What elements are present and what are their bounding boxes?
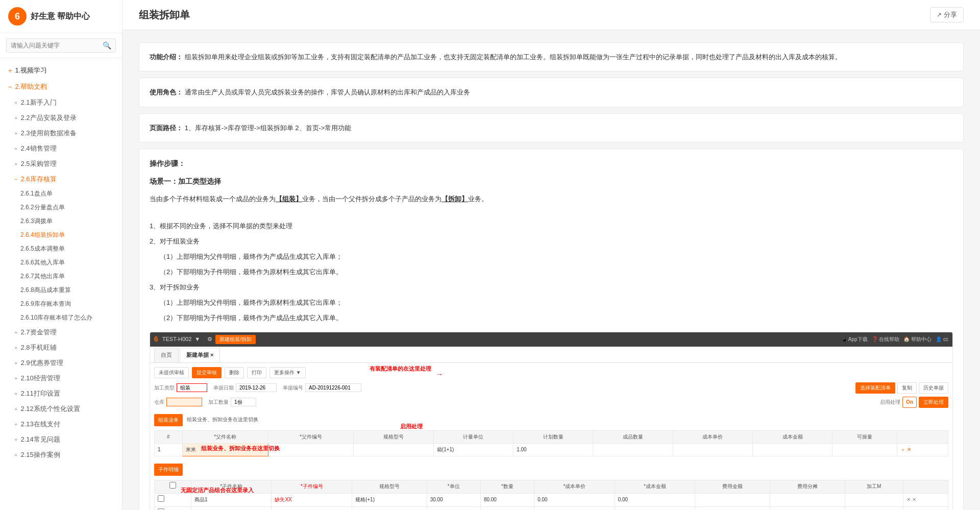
lth-spec: 规格型号 [352,480,427,493]
sw-field-date: 单据日期 [213,383,277,393]
nav-sub-header-2-9[interactable]: + 2.9优惠券管理 [0,355,122,371]
sub-plus-icon-2-2: + [14,115,17,121]
sw-btn-delete[interactable]: 删除 [225,367,244,378]
sub-plus-icon-2-9: + [14,360,17,366]
topbar: 组装拆卸单 ↗ 分享 [122,0,980,30]
nav-sub-header-2-7[interactable]: + 2.7资金管理 [0,325,122,340]
lr-check-1[interactable] [158,495,164,502]
nav-sub-label-2-4: 2.4销售管理 [20,144,56,153]
nav-sub-label-2-1: 2.1新手入门 [20,98,56,107]
sw-toolbar: 未提供审核 提交审核 删除 打印 更多操作 ▼ [154,367,948,378]
sw-content: 未提供审核 提交审核 删除 打印 更多操作 ▼ 加工类型 [150,363,952,510]
sw-topbar-nav: TEST-H002 ▼ ⚙ 新建组装/拆卸 [162,334,837,345]
sub-plus-icon-2-3: + [14,130,17,136]
sw-section-upper: 组装业务 组装业务、拆卸业务在这里切换 [154,411,948,428]
block2-content: 通常由生产人员或库管人员完成拆装业务的操作，库管人员确认原材料的出库和产成品的入… [185,88,470,96]
sw-date-input[interactable] [236,383,277,392]
nav-sub-label-2-6: 2.6库存核算 [20,175,56,184]
nav-sub-label-2-11: 2.11打印设置 [20,389,60,398]
sw-active-toggle[interactable]: On [902,397,917,408]
lr-cost-a-1: 0.00 [615,493,695,506]
nav-section-header-1[interactable]: + 1.视频学习 [0,62,122,79]
nav-leaf-2-6-4[interactable]: 2.6.4组装拆卸单 [0,228,122,242]
operations-block: 操作步骤： 场景一：加工类型选择 当由多个子件材料组装成一个成品的业务为【组装】… [139,149,964,510]
sub-plus-icon-2-12: + [14,406,17,412]
th-cost-unit: 成本单价 [673,430,752,443]
sw-copy-btn[interactable]: 复制 [897,382,917,394]
nav-leaf-2-6-7[interactable]: 2.6.7其他出库单 [0,270,122,283]
nav-sub-header-2-10[interactable]: + 2.10经营管理 [0,371,122,386]
sub-plus-icon-2-14: + [14,436,17,443]
sw-btn-more[interactable]: 更多操作 ▼ [270,367,306,378]
sub-minus-icon-2-6: − [14,176,17,182]
nav-sub-label-2-3: 2.3使用前数据准备 [20,129,76,138]
nav-leaf-2-6-1[interactable]: 2.6.1盘点单 [0,187,122,201]
nav-section-header-2[interactable]: − 2.帮助文档 [0,79,122,95]
sw-assem-btn[interactable]: 选择装配清单 [855,382,895,394]
sw-app-icon: 📱 App下载 [841,335,868,344]
logo-area: 6 好生意 帮助中心 [0,0,122,33]
sw-date-label: 单据日期 [213,383,234,393]
nav-leaf-2-6-8[interactable]: 2.6.8商品成本重算 [0,283,122,297]
search-icon[interactable]: 🔍 [103,41,111,50]
block3-label: 页面路径： [150,124,183,132]
lth-qty: *数量 [480,480,534,493]
sw-upper-table-header: # *父件名称 *父件编号 规格型号 计量单位 计划数量 成品数量 成本单价 成… [155,430,948,443]
nav-sub-header-2-2[interactable]: + 2.2产品安装及登录 [0,110,122,126]
sw-field-type: 加工类型 [154,383,207,393]
nav-sub-header-2-12[interactable]: + 2.12系统个性化设置 [0,401,122,417]
nav-sub-label-2-15: 2.15操作案例 [20,450,60,459]
sw-btn-save[interactable]: 未提供审核 [154,367,189,378]
td-qty-actual-1 [593,443,673,456]
nav-sub-header-2-4[interactable]: + 2.4销售管理 [0,141,122,156]
search-area: 🔍 [0,33,122,58]
nav-sub-header-2-3[interactable]: + 2.3使用前数据准备 [0,126,122,141]
sw-tab-home[interactable]: 自页 [154,348,179,362]
sw-field-no: 单据编号 [283,383,361,393]
nav-sub-header-2-15[interactable]: + 2.15操作案例 [0,447,122,463]
share-button[interactable]: ↗ 分享 [930,7,964,22]
step2-sub2: （2）下部明细为子件明细，最终作为原材料生成其它出库单。 [150,265,953,279]
sw-history-btn[interactable]: 历史单据 [919,382,948,394]
th-spec: 规格型号 [354,430,433,443]
sw-type-input[interactable] [177,383,207,392]
nav-sub-header-2-6[interactable]: − 2.6库存核算 [0,172,122,187]
sw-qty-label: 加工数量 [208,398,229,407]
nav-sub-header-2-14[interactable]: + 2.14常见问题 [0,432,122,447]
th-sku: *父件名称 [182,430,268,443]
sw-btn-print[interactable]: 打印 [247,367,266,378]
td-cost-total-1 [753,443,832,456]
sw-btn-submit[interactable]: 提交审核 [192,367,222,378]
nav-sub-label-2-9: 2.9优惠券管理 [20,358,63,368]
nav-leaf-2-6-9[interactable]: 2.6.9库存账本查询 [0,297,122,311]
scenario1-desc: 当由多个子件材料组装成一个成品的业务为【组装】业务，当由一个父件拆分成多个子产品… [150,192,953,206]
sw-new-btn[interactable]: 新建组装/拆卸 [215,335,256,344]
nav-sub-header-2-1[interactable]: + 2.1新手入门 [0,95,122,110]
sw-active-label: 启用处理 [880,398,900,407]
sw-confirm-btn[interactable]: 立即处理 [919,397,948,408]
lth-check-all[interactable] [169,482,176,489]
step3-sub1: （1）上部明细为父件明细，最终作为原材料生成其它出库单； [150,296,953,309]
nav-leaf-2-6-10[interactable]: 2.6.10库存账本错了怎么办 [0,311,122,325]
sw-wh-input[interactable] [166,398,202,406]
nav-sub-header-2-11[interactable]: + 2.11打印设置 [0,386,122,401]
nav-leaf-2-6-6[interactable]: 2.6.6其他入库单 [0,256,122,270]
th-unit: 计量单位 [433,430,513,443]
operations-label: 操作步骤： [150,157,953,170]
sw-tab-new[interactable]: 新建单据 × [180,348,220,362]
search-box[interactable]: 🔍 [6,38,116,53]
lth-op2 [903,480,948,493]
nav-leaf-2-6-2[interactable]: 2.6.2分量盘点单 [0,201,122,214]
nav-sub-header-2-13[interactable]: + 2.13在线支付 [0,417,122,432]
td-op-1[interactable]: ＋ ✕ [897,443,948,456]
search-input[interactable] [11,42,103,49]
nav-sub-label-2-14: 2.14常见问题 [20,435,60,444]
sw-no-input[interactable] [305,383,361,392]
sw-qty-input[interactable] [231,398,256,406]
screenshot-container: 6 TEST-H002 ▼ ⚙ 新建组装/拆卸 📱 App下载 ❓ 在线帮助 🏠… [150,332,953,510]
nav-leaf-2-6-5[interactable]: 2.6.5成本调整单 [0,242,122,256]
nav-leaf-2-6-3[interactable]: 2.6.3调拨单 [0,214,122,228]
nav-sub-header-2-8[interactable]: + 2.8手机旺辅 [0,340,122,355]
sw-section-upper-label: 组装业务 [154,414,183,426]
nav-sub-header-2-5[interactable]: + 2.5采购管理 [0,156,122,172]
